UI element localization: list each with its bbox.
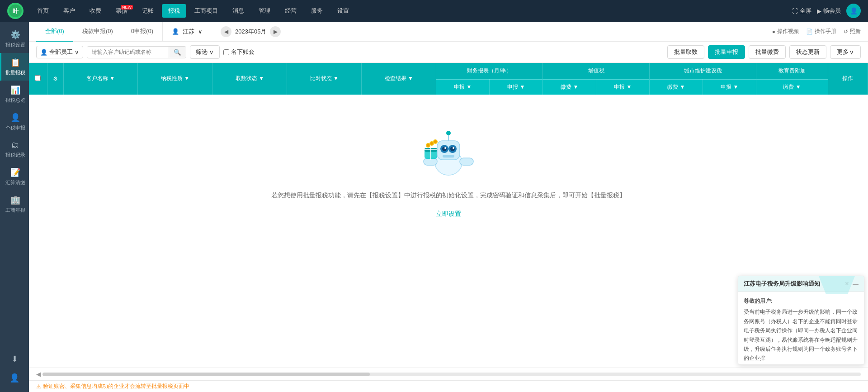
- th-city-tax: 城市维护建设税: [650, 63, 756, 79]
- empty-state-row: 若您想使用批量报税功能，请先在【报税设置】中进行报税的初始化设置，完成密码验证和…: [29, 95, 868, 236]
- sidebar-item-personal-tax[interactable]: 👤 个税申报: [0, 108, 29, 136]
- search-button[interactable]: 🔍: [169, 47, 186, 58]
- nav-home[interactable]: 首页: [31, 4, 55, 18]
- th-fetch-status: 取数状态 ▼: [212, 63, 287, 95]
- th-vat-declare: 申报 ▼: [490, 79, 543, 95]
- more-btn[interactable]: 更多 ∨: [830, 45, 861, 59]
- scroll-thumb: [42, 373, 370, 376]
- table-header-row1: ⚙ 客户名称 ▼ 纳税性质 ▼ 取数状态 ▼ 比对状态 ▼: [29, 63, 868, 79]
- nav-invoice[interactable]: 票据 NEW: [109, 4, 134, 18]
- chevron-down-icon: ∨: [209, 49, 214, 56]
- th-compare-status: 比对状态 ▼: [287, 63, 362, 95]
- scroll-left-btn[interactable]: ◀: [36, 371, 41, 378]
- chevron-down-icon: ∨: [849, 49, 854, 56]
- tabs-bar: 全部(0) 税款申报(0) 0申报(0) 👤 江苏 ∨ ◀ 2023年05月 ▶…: [29, 22, 868, 42]
- warning-message: ⚠ 验证账密、采集信息均成功的企业才会流转至批量报税页面中: [36, 382, 861, 390]
- svg-point-24: [434, 140, 437, 143]
- nav-message[interactable]: 消息: [226, 4, 250, 18]
- svg-point-8: [444, 147, 446, 149]
- sidebar-user[interactable]: 👤: [6, 369, 23, 387]
- batch-fetch-btn[interactable]: 批量取数: [667, 45, 704, 59]
- vip-btn[interactable]: ▶ 畅会员: [817, 7, 841, 15]
- status-update-btn[interactable]: 状态更新: [789, 45, 826, 59]
- th-edu-surcharge: 教育费附加: [756, 63, 828, 79]
- sidebar-bottom: ⬇ 👤: [0, 350, 29, 392]
- svg-point-6: [442, 147, 447, 151]
- sidebar-item-settlement[interactable]: 📝 汇算清缴: [0, 163, 29, 191]
- th-fin-declare: 申报 ▼: [436, 79, 490, 95]
- notification-popup: 江苏电子税务局升级影响通知 × — 尊敬的用户: 受当前电子税务局进一步升级的影…: [738, 276, 864, 365]
- setup-link[interactable]: 立即设置: [436, 210, 461, 218]
- nav-tax[interactable]: 报税: [162, 4, 186, 18]
- user-avatar[interactable]: 👤: [846, 4, 861, 18]
- notification-body: 尊敬的用户: 受当前电子税务局进一步升级的影响，同一个政务网账号（办税人）名下的…: [738, 292, 864, 364]
- th-vat-pay: 缴费 ▼: [543, 79, 596, 95]
- sidebar-item-tax-overview[interactable]: 📊 报税总览: [0, 81, 29, 108]
- chevron-down-icon: ∨: [75, 49, 79, 56]
- sidebar-item-tax-records[interactable]: 🗂 报税记录: [0, 136, 29, 163]
- prev-month-btn[interactable]: ◀: [221, 26, 231, 37]
- tab-tax-declare[interactable]: 税款申报(0): [73, 22, 122, 42]
- nav-management[interactable]: 管理: [252, 4, 277, 18]
- refresh-icon: ↺: [844, 29, 848, 35]
- nav-service[interactable]: 服务: [305, 4, 329, 18]
- sidebar-download[interactable]: ⬇: [8, 350, 22, 368]
- tabs-right-actions: ● 操作视频 📄 操作手册 ↺ 照新: [772, 28, 861, 35]
- fullscreen-icon: ⛶: [792, 8, 798, 14]
- filter-button[interactable]: 筛选 ∨: [190, 45, 220, 59]
- search-input[interactable]: [87, 47, 169, 57]
- nav-billing[interactable]: 收费: [83, 4, 108, 18]
- nav-accounting[interactable]: 记账: [136, 4, 160, 18]
- account-checkbox[interactable]: [223, 49, 229, 55]
- select-all-checkbox[interactable]: [35, 75, 41, 81]
- annual-report-icon: 🏢: [10, 195, 20, 205]
- sidebar-item-annual-report[interactable]: 🏢 工商年报: [0, 191, 29, 218]
- sidebar-item-tax-settings[interactable]: ⚙️ 报税设置: [0, 25, 29, 53]
- batch-declare-btn[interactable]: 批量申报: [708, 45, 745, 59]
- th-edu-pay: 缴费 ▼: [756, 79, 828, 95]
- horizontal-scrollbar[interactable]: [42, 373, 861, 376]
- staff-selector[interactable]: 👤 全部员工 ∨: [36, 46, 83, 58]
- personal-tax-icon: 👤: [10, 113, 20, 123]
- th-financial-report: 财务报表（月/季）: [436, 63, 543, 79]
- operation-manual-btn[interactable]: 📄 操作手册: [806, 28, 836, 35]
- current-month: 2023年05月: [235, 28, 266, 36]
- nav-client[interactable]: 客户: [57, 4, 81, 18]
- tab-zero-declare[interactable]: 0申报(0): [122, 22, 162, 42]
- empty-state: 若您想使用批量报税功能，请先在【报税设置】中进行报税的初始化设置，完成密码验证和…: [29, 95, 868, 236]
- toolbar-right-buttons: 批量取数 批量申报 批量缴费 状态更新 更多 ∨: [667, 45, 861, 59]
- notification-greeting: 尊敬的用户:: [744, 296, 859, 306]
- robot-illustration: [419, 122, 478, 181]
- fullscreen-btn[interactable]: ⛶ 全屏: [792, 7, 811, 15]
- nav-operation[interactable]: 经营: [278, 4, 303, 18]
- notification-title: 江苏电子税务局升级影响通知: [744, 280, 820, 288]
- sidebar-item-batch-tax[interactable]: 📋 批量报税: [0, 53, 29, 81]
- empty-message: 若您想使用批量报税功能，请先在【报税设置】中进行报税的初始化设置，完成密码验证和…: [271, 190, 626, 201]
- next-month-btn[interactable]: ▶: [270, 26, 281, 37]
- batch-pay-btn[interactable]: 批量缴费: [749, 45, 786, 59]
- th-check-result: 检查结果 ▼: [362, 63, 436, 95]
- bottom-bar: ◀: [29, 368, 868, 380]
- th-client-name: 客户名称 ▼: [63, 63, 138, 95]
- tab-all[interactable]: 全部(0): [36, 22, 73, 42]
- top-right-actions: ⛶ 全屏 ▶ 畅会员 👤: [792, 4, 861, 18]
- province-selector[interactable]: 👤 江苏 ∨: [162, 22, 212, 42]
- app-logo: 叶: [7, 3, 24, 19]
- th-city-declare: 申报 ▼: [596, 79, 650, 95]
- play-icon: ▶: [817, 8, 821, 14]
- user-icon-small: 👤: [172, 28, 179, 35]
- new-badge: NEW: [121, 5, 133, 10]
- manual-icon: 📄: [806, 29, 813, 35]
- video-icon: ●: [772, 29, 775, 35]
- svg-rect-10: [443, 155, 454, 158]
- checkbox-label[interactable]: 名下账套: [223, 48, 255, 56]
- nav-business[interactable]: 工商项目: [188, 4, 224, 18]
- notification-collapse[interactable]: —: [853, 281, 859, 287]
- th-action: 操作: [828, 63, 868, 95]
- notification-content: 受当前电子税务局进一步升级的影响，同一个政务网账号（办税人）名下的企业不能再同时…: [744, 307, 859, 363]
- operation-video-btn[interactable]: ● 操作视频: [772, 28, 799, 35]
- tax-settings-icon: ⚙️: [10, 30, 20, 40]
- nav-settings[interactable]: 设置: [331, 4, 355, 18]
- refresh-btn[interactable]: ↺ 照新: [844, 28, 861, 35]
- svg-point-12: [446, 131, 451, 135]
